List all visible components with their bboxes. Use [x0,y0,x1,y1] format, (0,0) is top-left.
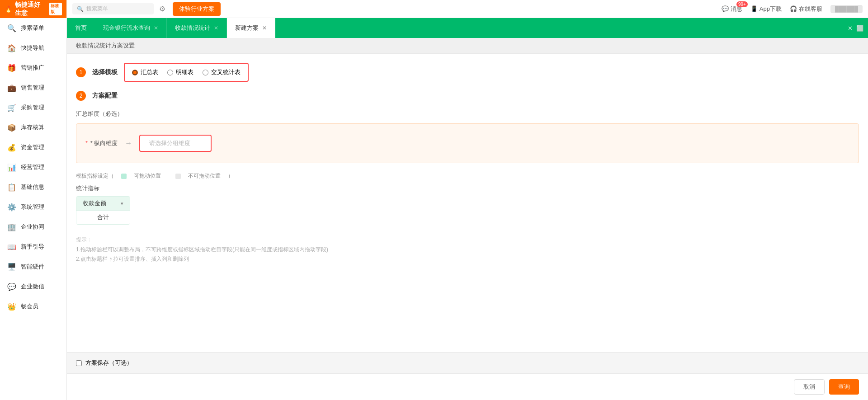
monitor-icon: 🖥️ [7,263,16,271]
undraggable-label: 不可拖动位置 [188,172,221,180]
sidebar-item-guide[interactable]: 📖 新手引导 [0,237,66,257]
sidebar-item-member[interactable]: 👑 畅会员 [0,296,66,316]
message-icon: 💬 [722,5,729,12]
dimension-row: * * 纵向维度 → 请选择分组维度 [85,135,849,152]
sidebar-item-basic[interactable]: 📋 基础信息 [0,177,66,197]
dimension-select-dropdown[interactable]: 请选择分组维度 [139,135,212,152]
step2-title: 方案配置 [92,92,118,100]
sidebar-item-marketing[interactable]: 🎁 营销推广 [0,58,66,78]
sidebar-item-inventory[interactable]: 📦 库存核算 [0,118,66,137]
sidebar-item-label: 采购管理 [21,104,44,112]
metrics-setting-label: 模板指标设定（ [76,172,114,180]
tab-label: 现金银行流水查询 [103,24,150,32]
tab-label: 收款情况统计 [175,24,210,32]
sidebar-item-wechat[interactable]: 💬 企业微信 [0,277,66,296]
sidebar-item-operations[interactable]: 📊 经营管理 [0,157,66,177]
metrics-header[interactable]: 收款金额 ▾ [76,197,130,211]
dimension-title-text: 汇总维度（必选） [76,110,123,117]
required-star: * [85,140,88,146]
chevron-down-icon[interactable]: ▾ [121,201,123,207]
sidebar-item-hardware[interactable]: 🖥️ 智能硬件 [0,257,66,277]
topbar-search[interactable]: 🔍 搜索菜单 [72,3,154,14]
tip-item-2: 2.点击标题栏下拉可设置排序、插入列和删除列 [76,254,859,264]
sidebar-item-label: 营销推广 [21,64,44,72]
sidebar-item-finance[interactable]: 💰 资金管理 [0,137,66,157]
tab-window-controls: ✕ ⬜ [843,18,868,38]
sidebar-item-label: 基础信息 [21,183,44,191]
step2-section: 2 方案配置 汇总维度（必选） * * 纵向维度 → 请选择分组维度 [76,91,859,264]
sidebar-item-purchase[interactable]: 🛒 采购管理 [0,98,66,118]
step1-title: 选择模板 [92,68,118,76]
vertical-dimension-label: * * 纵向维度 [85,139,118,147]
briefcase-icon: 💼 [7,84,16,92]
settings-icon[interactable]: ⚙ [157,3,167,15]
cancel-button[interactable]: 取消 [794,379,825,395]
tab-collection-stats[interactable]: 收款情况统计 ✕ [167,18,227,38]
vertical-label-text: * 纵向维度 [90,140,118,146]
sidebar-item-label: 企业协同 [21,223,44,231]
step2-row: 2 方案配置 [76,91,859,101]
download-btn[interactable]: 📱 App下载 [750,5,782,13]
step1-row: 1 选择模板 汇总表 明细表 交叉统计表 [76,63,859,82]
metrics-legend: 模板指标设定（ 可拖动位置 不可拖动位置 ） [76,172,859,180]
radio-summary-label: 汇总表 [141,68,158,76]
cart-icon: 🛒 [7,104,16,112]
footer-bar: 取消 查询 [67,373,868,400]
topbar-right: 💬 消息 99+ 📱 App下载 🎧 在线客服 ██████ [722,5,863,13]
sidebar-item-label: 智能硬件 [21,263,44,271]
save-label: 方案保存（可选） [85,359,132,367]
sidebar-item-search[interactable]: 🔍 搜索菜单 [0,18,66,38]
sidebar-item-quick-nav[interactable]: 🏠 快捷导航 [0,38,66,58]
maximize-icon[interactable]: ⬜ [856,25,863,32]
building-icon: 🏢 [7,223,16,231]
sidebar-item-sales[interactable]: 💼 销售管理 [0,78,66,98]
trial-btn[interactable]: 体验行业方案 [173,2,221,16]
tab-cashflow[interactable]: 现金银行流水查询 ✕ [95,18,167,38]
draggable-indicator [121,174,127,179]
radio-detail[interactable]: 明细表 [167,68,193,76]
download-label: App下载 [760,5,782,13]
logo-icon: 🔥 [5,5,12,13]
sidebar-item-label: 销售管理 [21,84,44,92]
sidebar-item-enterprise[interactable]: 🏢 企业协同 [0,217,66,237]
service-btn[interactable]: 🎧 在线客服 [790,5,822,13]
query-button[interactable]: 查询 [829,379,859,395]
radio-cross[interactable]: 交叉统计表 [203,68,241,76]
close-icon[interactable]: ✕ [154,25,158,31]
tab-home[interactable]: 首页 [67,18,95,38]
save-checkbox[interactable] [76,360,82,366]
close-icon[interactable]: ✕ [214,25,218,31]
tab-new-plan[interactable]: 新建方案 ✕ [227,18,275,38]
dimension-section-title: 汇总维度（必选） [76,110,859,118]
tab-label: 新建方案 [235,24,259,32]
nav-tabs: 首页 现金银行流水查询 ✕ 收款情况统计 ✕ 新建方案 ✕ ✕ ⬜ [67,18,868,38]
radio-detail-label: 明细表 [176,68,193,76]
close-window-icon[interactable]: ✕ [848,25,853,32]
metrics-section: 模板指标设定（ 可拖动位置 不可拖动位置 ） 统计指标 收款金额 ▾ [76,172,859,226]
message-btn[interactable]: 💬 消息 99+ [722,5,742,13]
draggable-label: 可拖动位置 [134,172,161,180]
radio-detail-input[interactable] [167,70,173,75]
user-name: ██████ [835,6,858,12]
sidebar-item-label: 快捷导航 [21,44,44,52]
breadcrumb: 收款情况统计方案设置 [67,38,868,54]
message-badge: 99+ [736,1,748,7]
list-icon: 📋 [7,183,16,192]
radio-summary[interactable]: 汇总表 [132,68,158,76]
radio-cross-input[interactable] [203,70,208,75]
save-section: 方案保存（可选） [67,352,868,373]
tips-title: 提示： [76,236,92,243]
metrics-table: 收款金额 ▾ 合计 [76,196,130,225]
close-icon[interactable]: ✕ [262,25,267,31]
topbar: 🔍 搜索菜单 ⚙ 体验行业方案 💬 消息 99+ 📱 App下载 🎧 在线客服 … [67,0,868,18]
step2-number: 2 [76,91,86,101]
radio-summary-input[interactable] [132,70,138,75]
tips-section: 提示： 1.拖动标题栏可以调整布局，不可跨维度或指标区域拖动栏目字段(只能在同一… [76,235,859,264]
search-icon: 🔍 [77,6,84,12]
metrics-header-text: 收款金额 [83,199,106,207]
sidebar-item-system[interactable]: ⚙️ 系统管理 [0,197,66,217]
page-content: 收款情况统计方案设置 1 选择模板 汇总表 明细表 [67,38,868,400]
sidebar-item-label: 企业微信 [21,282,44,291]
user-display[interactable]: ██████ [830,5,863,13]
chart-icon: 📊 [7,163,16,172]
